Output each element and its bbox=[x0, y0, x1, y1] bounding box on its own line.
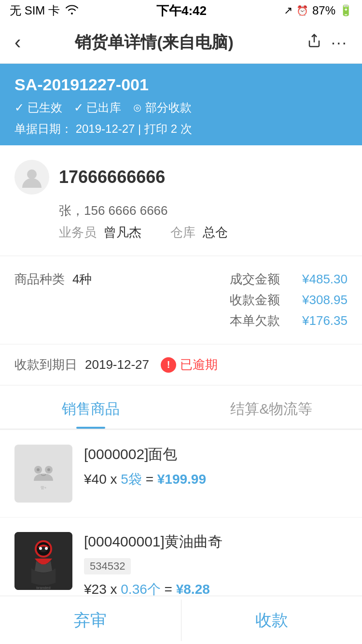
overdue-icon: ! bbox=[161, 357, 176, 373]
stats-received: 收款金额 ¥308.95 bbox=[230, 292, 348, 308]
tabs-row: 销售商品 结算&物流等 bbox=[0, 386, 362, 429]
header-date: 单据日期： 2019-12-27 | 打印 2 次 bbox=[14, 121, 348, 137]
received-label: 收款金额 bbox=[230, 292, 280, 308]
product-type-label: 商品种类 bbox=[14, 271, 65, 288]
amount-value: ¥485.30 bbox=[290, 272, 348, 287]
page-title: 销货单详情(来自电脑) bbox=[1, 31, 306, 54]
tabs-section: 销售商品 结算&物流等 bbox=[0, 386, 362, 429]
stats-product-types: 商品种类 4种 bbox=[14, 271, 92, 288]
alarm-icon: ⏰ bbox=[296, 5, 308, 16]
more-icon[interactable]: ··· bbox=[331, 33, 348, 52]
status-carrier: 无 SIM 卡 bbox=[10, 3, 79, 18]
status-right: ↗ ⏰ 87% 🔋 bbox=[284, 4, 352, 17]
badge-shipped: ✓ 已出库 bbox=[74, 100, 122, 115]
battery-text: 87% bbox=[312, 4, 335, 17]
wifi-icon bbox=[65, 4, 79, 17]
date-label: 单据日期： bbox=[14, 122, 72, 135]
product-qty-2: 0.36个 bbox=[121, 582, 161, 597]
stats-row: 商品种类 4种 成交金额 ¥485.30 收款金额 ¥308.95 本单欠款 ¥… bbox=[14, 271, 348, 329]
header-banner: SA-20191227-001 ✓ 已生效 ✓ 已出库 ⊙ 部分收款 单据日期：… bbox=[0, 64, 362, 145]
order-id: SA-20191227-001 bbox=[14, 75, 348, 94]
product-thumbnail-2: branded bbox=[14, 532, 72, 590]
nav-actions: ··· bbox=[307, 33, 348, 52]
product-multiply-2: x bbox=[111, 582, 121, 597]
product-list: 管+ [0000002]面包 ¥40 x 5袋 = ¥199.99 bbox=[0, 430, 362, 614]
cancel-review-button[interactable]: 弃审 bbox=[0, 600, 181, 641]
badge-effective: ✓ 已生效 bbox=[14, 100, 62, 115]
nav-bar: ‹ 销货单详情(来自电脑) ··· bbox=[0, 21, 362, 64]
customer-row: 17666666666 bbox=[14, 160, 348, 195]
product-equals-1: = bbox=[146, 472, 157, 487]
product-qty-1: 5袋 bbox=[121, 472, 142, 487]
svg-point-12 bbox=[39, 547, 42, 550]
battery-icon: 🔋 bbox=[339, 4, 352, 17]
collect-payment-button[interactable]: 收款 bbox=[181, 600, 362, 641]
product-total-1: ¥199.99 bbox=[157, 472, 206, 487]
order-date: 2019-12-27 bbox=[76, 122, 135, 135]
owed-value: ¥176.35 bbox=[290, 313, 348, 328]
product-multiply-1: x bbox=[111, 472, 121, 487]
product-sku-2: 534532 bbox=[84, 558, 131, 574]
warehouse-info: 仓库 总仓 bbox=[170, 224, 228, 241]
print-info: | 打印 2 次 bbox=[138, 122, 192, 135]
product-unit-price-1: ¥40 bbox=[84, 472, 107, 487]
received-value: ¥308.95 bbox=[290, 293, 348, 308]
customer-phone: 17666666666 bbox=[59, 167, 165, 187]
product-equals-2: = bbox=[165, 582, 176, 597]
customer-meta: 业务员 曾凡杰 仓库 总仓 bbox=[59, 224, 348, 241]
list-item: 管+ [0000002]面包 ¥40 x 5袋 = ¥199.99 bbox=[0, 430, 362, 518]
product-total-2: ¥8.28 bbox=[176, 582, 210, 597]
svg-point-1 bbox=[27, 169, 37, 179]
svg-text:branded: branded bbox=[36, 586, 50, 590]
header-badges: ✓ 已生效 ✓ 已出库 ⊙ 部分收款 bbox=[14, 100, 348, 115]
product-name-1: [0000002]面包 bbox=[84, 445, 348, 464]
product-price-1: ¥40 x 5袋 = ¥199.99 bbox=[84, 470, 348, 489]
warehouse-value: 总仓 bbox=[203, 225, 228, 239]
customer-detail: 张，156 6666 6666 bbox=[59, 202, 348, 219]
due-date: 2019-12-27 bbox=[85, 357, 149, 372]
salesman-info: 业务员 曾凡杰 bbox=[59, 224, 141, 241]
stats-section: 商品种类 4种 成交金额 ¥485.30 收款金额 ¥308.95 本单欠款 ¥… bbox=[0, 256, 362, 344]
status-time: 下午4:42 bbox=[156, 2, 207, 19]
salesman-label: 业务员 bbox=[59, 225, 97, 239]
product-info-2: [000400001]黄油曲奇 534532 ¥23 x 0.36个 = ¥8.… bbox=[84, 532, 348, 599]
badge-partial-payment: ⊙ 部分收款 bbox=[133, 100, 192, 115]
share-icon[interactable] bbox=[307, 33, 321, 51]
overdue-info: ! 已逾期 bbox=[161, 356, 218, 373]
location-icon: ↗ bbox=[284, 4, 292, 17]
svg-point-13 bbox=[45, 547, 48, 550]
tab-sales-products[interactable]: 销售商品 bbox=[0, 386, 181, 429]
product-info-1: [0000002]面包 ¥40 x 5袋 = ¥199.99 bbox=[84, 445, 348, 489]
carrier-text: 无 SIM 卡 bbox=[10, 3, 60, 18]
owed-label: 本单欠款 bbox=[230, 312, 280, 329]
due-label: 收款到期日 bbox=[14, 356, 77, 373]
stats-amounts: 成交金额 ¥485.30 收款金额 ¥308.95 本单欠款 ¥176.35 bbox=[230, 271, 348, 329]
product-unit-price-2: ¥23 bbox=[84, 582, 107, 597]
product-thumbnail-1: 管+ bbox=[14, 445, 72, 503]
stats-owed: 本单欠款 ¥176.35 bbox=[230, 312, 348, 329]
avatar bbox=[14, 160, 49, 195]
warehouse-label: 仓库 bbox=[170, 225, 195, 239]
product-image-placeholder-1: 管+ bbox=[14, 445, 72, 503]
svg-point-5 bbox=[37, 468, 40, 471]
tab-settlement[interactable]: 结算&物流等 bbox=[181, 386, 362, 429]
salesman-value: 曾凡杰 bbox=[104, 225, 141, 239]
product-name-2: [000400001]黄油曲奇 bbox=[84, 532, 348, 552]
product-type-count: 4种 bbox=[72, 271, 92, 288]
status-bar: 无 SIM 卡 下午4:42 ↗ ⏰ 87% 🔋 bbox=[0, 0, 362, 21]
bottom-bar: 弃审 收款 bbox=[0, 596, 362, 644]
amount-label: 成交金额 bbox=[230, 271, 280, 288]
stats-amount: 成交金额 ¥485.30 bbox=[230, 271, 348, 288]
svg-text:管+: 管+ bbox=[41, 486, 47, 490]
due-section: 收款到期日 2019-12-27 ! 已逾期 bbox=[0, 345, 362, 385]
customer-section: 17666666666 张，156 6666 6666 业务员 曾凡杰 仓库 总… bbox=[0, 145, 362, 255]
overdue-text: 已逾期 bbox=[180, 356, 218, 373]
svg-point-6 bbox=[47, 468, 50, 471]
